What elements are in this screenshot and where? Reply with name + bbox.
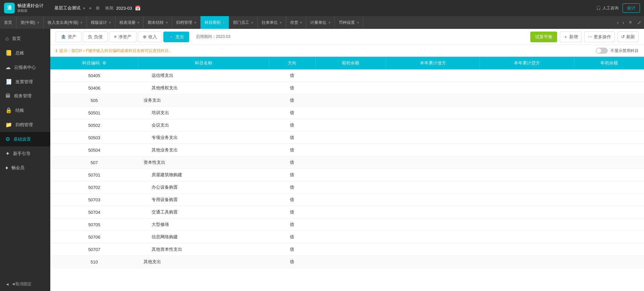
sidebar-item-ledger[interactable]: 📒 总账 xyxy=(0,46,50,60)
tab-home[interactable]: 首页 xyxy=(0,16,16,29)
tab-unit[interactable]: 计量单位 × xyxy=(306,16,335,29)
tab-income[interactable]: 收入支出表(年报) × xyxy=(44,16,87,29)
table-row[interactable]: 510其他支出借 xyxy=(50,256,644,268)
income-label: 收入 xyxy=(148,34,157,40)
cell-name: 专用设备购置 xyxy=(138,194,269,206)
table-row[interactable]: 50502会议支出借 xyxy=(50,119,644,132)
tab-tax-close[interactable]: × xyxy=(138,21,140,25)
sidebar-item-report[interactable]: ☁ 云报表中心 xyxy=(0,60,50,75)
table-row[interactable]: 50705大型修缮借 xyxy=(50,219,644,231)
company-dropdown-icon[interactable]: ▾ xyxy=(83,6,85,10)
cell-opening xyxy=(315,107,386,119)
subnav-asset-btn[interactable]: 🏦 资产 xyxy=(56,32,82,42)
sidebar-item-guide[interactable]: ✦ 新手引导 xyxy=(0,146,50,161)
tab-partner[interactable]: 往来单位 × xyxy=(258,16,286,29)
sidebar-item-archive[interactable]: 📁 归档管理 xyxy=(0,117,50,132)
sidebar-label-closing: 结账 xyxy=(15,107,24,113)
tab-subject-label: 科目期初 xyxy=(205,20,221,26)
sidebar-item-settings[interactable]: ⚙ 基础设置 xyxy=(0,132,50,146)
tab-unit-close[interactable]: × xyxy=(328,21,330,25)
col-settings-icon[interactable]: ⚙ xyxy=(102,60,106,65)
sidebar-item-member[interactable]: ♦ 畅会员 xyxy=(0,161,50,175)
tab-inventory-close[interactable]: × xyxy=(300,21,302,25)
tab-template[interactable]: 模版设计 × xyxy=(87,16,115,29)
add-button[interactable]: ＋ 新增 xyxy=(560,32,582,42)
company-settings-icon[interactable]: ⚙ xyxy=(96,5,100,11)
tab-prev-btn[interactable]: ‹ xyxy=(615,16,621,29)
tab-currency-label: 币种设置 xyxy=(339,20,355,26)
table-row[interactable]: 50702办公设备购置借 xyxy=(50,181,644,194)
logo-icon: 通 xyxy=(4,3,15,13)
cell-opening xyxy=(315,119,386,132)
app-name-block: 畅捷通好会计 旗舰版 xyxy=(17,3,44,13)
tab-closing[interactable]: 期末结转 × xyxy=(144,16,172,29)
tab-partner-close[interactable]: × xyxy=(280,21,282,25)
app-name: 畅捷通好会计 xyxy=(17,3,44,8)
tab-subject-close[interactable]: × xyxy=(223,21,225,25)
tab-archive-close[interactable]: × xyxy=(194,21,196,25)
cell-code: 50501 xyxy=(50,107,138,119)
tab-dept-close[interactable]: × xyxy=(251,21,253,25)
sidebar: ⌂ 首页 📒 总账 ☁ 云报表中心 🧾 发票管理 🏛 税务管理 🔒 结账 📁 归… xyxy=(0,29,50,291)
tab-income-close[interactable]: × xyxy=(80,21,83,25)
sidebar-item-closing[interactable]: 🔒 结账 xyxy=(0,103,50,117)
subnav-liability-btn[interactable]: 负 负债 xyxy=(83,32,108,42)
cell-ytd-credit xyxy=(480,243,574,256)
sidebar-label-settings: 基础设置 xyxy=(13,136,31,142)
balance-button[interactable]: 试算平衡 xyxy=(530,32,557,42)
table-header-row: 科目编码 ⚙ 科目名称 方向 期初余额 本年累计借方 本年累计贷方 年初余额 xyxy=(50,57,644,69)
table-row[interactable]: 50706信息网络购建借 xyxy=(50,231,644,243)
more-button[interactable]: ⋯ 更多操作 xyxy=(584,32,615,42)
period-label: 账期 xyxy=(105,5,113,11)
sidebar-item-tax[interactable]: 🏛 税务管理 xyxy=(0,89,50,103)
table-row[interactable]: 50406其他维权支出借 xyxy=(50,82,644,94)
cell-ytd-credit xyxy=(480,107,574,119)
sidebar-label-member: 畅会员 xyxy=(11,165,24,171)
cell-code: 50706 xyxy=(50,231,138,243)
tab-template-close[interactable]: × xyxy=(109,21,111,25)
disable-toggle[interactable] xyxy=(596,48,608,54)
sidebar-item-invoice[interactable]: 🧾 发票管理 xyxy=(0,75,50,89)
add-company-icon[interactable]: ＋ xyxy=(88,5,93,12)
cell-year-opening xyxy=(574,231,644,243)
table-row[interactable]: 50405远信维支出借 xyxy=(50,69,644,82)
tab-archive[interactable]: 归档管理 × xyxy=(172,16,201,29)
table-row[interactable]: 505业务支出借 xyxy=(50,94,644,107)
table-row[interactable]: 50504其他业务支出借 xyxy=(50,144,644,156)
table-row[interactable]: 50501培训支出借 xyxy=(50,107,644,119)
tab-bs-close[interactable]: × xyxy=(37,21,39,25)
table-row[interactable]: 50503专项业务支出借 xyxy=(50,132,644,144)
calendar-icon[interactable]: 📅 xyxy=(135,5,141,11)
tab-dept-label: 部门员工 xyxy=(233,20,249,26)
tab-dept[interactable]: 部门员工 × xyxy=(229,16,258,29)
tab-inventory[interactable]: 存货 × xyxy=(286,16,307,29)
subnav-income-btn[interactable]: ⊕ 收入 xyxy=(138,32,162,42)
table-row[interactable]: 50707其他资本性支出借 xyxy=(50,243,644,256)
tab-currency[interactable]: 币种设置 × xyxy=(335,16,363,29)
tab-currency-close[interactable]: × xyxy=(357,21,359,25)
tab-next-btn[interactable]: › xyxy=(621,16,626,29)
account-button[interactable]: 会计 xyxy=(623,3,640,13)
tab-bs[interactable]: 资(中期) × xyxy=(16,16,44,29)
table-row[interactable]: 50701房屋建筑物购建借 xyxy=(50,169,644,181)
tab-close-all-btn[interactable]: × xyxy=(626,16,635,29)
table-row[interactable]: 50704交通工具购置借 xyxy=(50,206,644,219)
tab-expand-btn[interactable]: ⤢ xyxy=(635,16,644,29)
subnav-expense-btn[interactable]: 💠 支出 xyxy=(163,32,189,42)
cell-code: 50701 xyxy=(50,169,138,181)
subnav-equity-btn[interactable]: ≡ 净资产 xyxy=(109,32,137,42)
cell-opening xyxy=(315,156,386,169)
table-row[interactable]: 50703专用设备购置借 xyxy=(50,194,644,206)
tab-inventory-label: 存货 xyxy=(290,20,298,26)
table-row[interactable]: 507资本性支出借 xyxy=(50,156,644,169)
customer-service-btn[interactable]: 🎧 人工咨询 xyxy=(596,5,619,11)
sidebar-item-home[interactable]: ⌂ 首页 xyxy=(0,32,50,46)
cell-name: 其他支出 xyxy=(138,256,269,268)
refresh-button[interactable]: ↺ 刷新 xyxy=(618,32,639,42)
tab-subject[interactable]: 科目期初 × xyxy=(201,16,229,29)
cell-ytd-credit xyxy=(480,219,574,231)
cell-ytd-debit xyxy=(386,194,480,206)
tab-closing-close[interactable]: × xyxy=(166,21,168,25)
sidebar-collapse-btn[interactable]: ◄ ◄取消固定 xyxy=(0,277,50,291)
tab-tax[interactable]: 税表清册 × xyxy=(115,16,144,29)
